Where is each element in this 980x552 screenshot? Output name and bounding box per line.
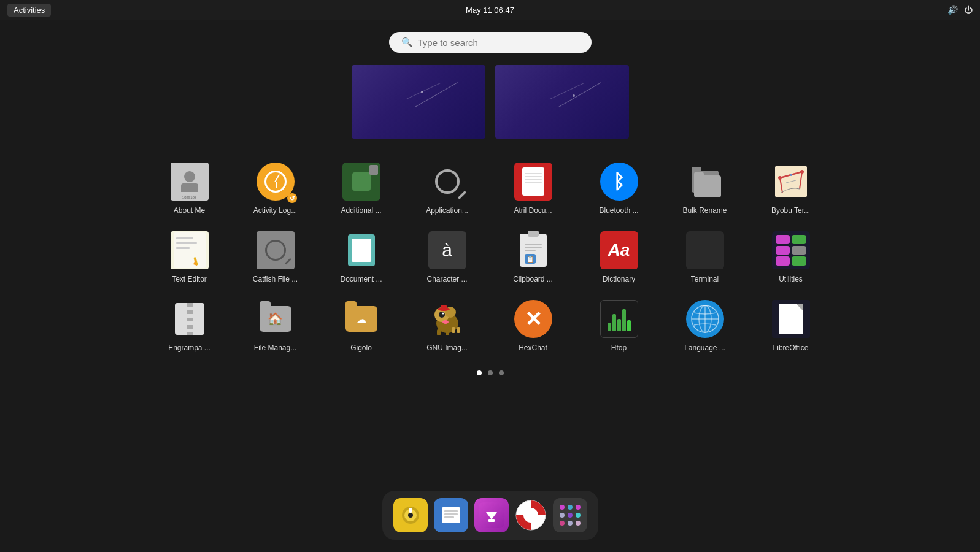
svg-rect-39 xyxy=(444,513,458,515)
app-application-finder[interactable]: Application... xyxy=(404,157,490,221)
app-label-utilities: Utilities xyxy=(779,275,803,283)
app-label-bulk-rename: Bulk Rename xyxy=(682,206,727,215)
app-dictionary[interactable]: Aa Dictionary xyxy=(576,226,662,289)
app-clipboard[interactable]: 📋 Clipboard ... xyxy=(490,226,576,289)
hexchat-icon: ✕ xyxy=(514,299,553,339)
dock-transmit[interactable] xyxy=(474,498,509,532)
topbar: Activities May 11 06:47 🔊 ⏻ xyxy=(0,0,980,20)
clock: May 11 06:47 xyxy=(466,6,514,15)
search-input[interactable] xyxy=(418,37,579,48)
workspace-2[interactable] xyxy=(495,65,629,139)
activities-button[interactable]: Activities xyxy=(7,4,51,17)
workspace-dot-2 xyxy=(573,94,575,97)
dock-appgrid[interactable] xyxy=(553,498,587,532)
engrampa-icon xyxy=(170,299,209,339)
about-me-icon: 1829182 xyxy=(170,162,209,201)
app-label-file-manager: File Manag... xyxy=(254,343,296,352)
app-label-language: Language ... xyxy=(684,343,725,352)
text-editor-icon xyxy=(170,231,209,270)
app-label-about-me: About Me xyxy=(174,206,205,215)
app-byobu[interactable]: Byobu Ter... xyxy=(748,157,834,221)
dictionary-icon: Aa xyxy=(600,231,639,270)
app-row-2: Text Editor Catfish File ... xyxy=(147,226,834,289)
main-content: 🔍 1829182 About Me xyxy=(0,20,980,375)
svg-rect-24 xyxy=(452,327,455,333)
app-htop[interactable]: Htop xyxy=(576,294,662,358)
app-label-catfish: Catfish File ... xyxy=(253,275,298,283)
topbar-right: 🔊 ⏻ xyxy=(947,5,973,15)
app-terminal[interactable]: _ Terminal xyxy=(662,226,748,289)
gigolo-icon: ☁ xyxy=(342,299,381,339)
app-label-gnu-image: GNU Imag... xyxy=(426,343,468,352)
app-label-character: Character ... xyxy=(426,275,467,283)
app-label-clipboard: Clipboard ... xyxy=(513,275,553,283)
clipboard-icon: 📋 xyxy=(514,231,553,270)
page-dot-1[interactable] xyxy=(477,370,482,375)
app-engrampa[interactable]: Engrampa ... xyxy=(147,294,233,358)
additional-icon xyxy=(342,162,381,201)
atril-icon xyxy=(514,162,553,201)
app-label-atril: Atril Docu... xyxy=(514,206,552,215)
app-additional[interactable]: Additional ... xyxy=(318,157,404,221)
activity-log-icon: ↺ xyxy=(256,162,295,201)
file-manager-icon: 🏠 xyxy=(256,299,295,339)
workspace-thumbnails xyxy=(352,65,629,139)
svg-rect-9 xyxy=(176,237,193,239)
svg-rect-35 xyxy=(409,508,412,513)
app-label-libreoffice: LibreOffice xyxy=(773,343,809,352)
svg-rect-23 xyxy=(446,329,449,335)
bluetooth-icon: ᛒ xyxy=(600,162,639,201)
htop-icon xyxy=(600,299,639,339)
dock-rhythmbox[interactable] xyxy=(393,498,428,532)
catfish-icon xyxy=(256,231,295,270)
svg-rect-37 xyxy=(442,507,460,523)
svg-point-5 xyxy=(800,170,804,174)
utilities-icon xyxy=(771,231,811,270)
app-catfish[interactable]: Catfish File ... xyxy=(233,226,318,289)
app-label-activity-log: Activity Log... xyxy=(253,206,297,215)
app-language[interactable]: Language ... xyxy=(662,294,748,358)
libreoffice-icon xyxy=(771,299,811,339)
app-bluetooth[interactable]: ᛒ Bluetooth ... xyxy=(576,157,662,221)
app-gnu-image[interactable]: GNU Imag... xyxy=(404,294,490,358)
document-icon xyxy=(342,231,381,270)
volume-icon[interactable]: 🔊 xyxy=(947,5,958,15)
app-atril[interactable]: Atril Docu... xyxy=(490,157,576,221)
app-utilities[interactable]: Utilities xyxy=(748,226,834,289)
terminal-icon: _ xyxy=(685,231,725,270)
svg-rect-20 xyxy=(441,305,447,310)
app-character[interactable]: à Character ... xyxy=(404,226,490,289)
app-libreoffice[interactable]: LibreOffice xyxy=(748,294,834,358)
language-icon xyxy=(685,299,725,339)
application-finder-icon xyxy=(428,162,467,201)
app-bulk-rename[interactable]: Bulk Rename xyxy=(662,157,748,221)
app-hexchat[interactable]: ✕ HexChat xyxy=(490,294,576,358)
svg-point-46 xyxy=(525,509,537,521)
app-activity-log[interactable]: ↺ Activity Log... xyxy=(233,157,318,221)
svg-point-34 xyxy=(408,513,413,518)
app-about-me[interactable]: 1829182 About Me xyxy=(147,157,233,221)
app-text-editor[interactable]: Text Editor xyxy=(147,226,233,289)
svg-rect-22 xyxy=(437,329,441,335)
dock-lifesaver[interactable] xyxy=(515,499,547,531)
svg-rect-11 xyxy=(176,247,190,249)
app-label-dictionary: Dictionary xyxy=(603,275,635,283)
dock-writer[interactable] xyxy=(434,498,468,532)
app-file-manager[interactable]: 🏠 File Manag... xyxy=(233,294,318,358)
page-dot-3[interactable] xyxy=(499,370,504,375)
app-label-terminal: Terminal xyxy=(691,275,719,283)
power-icon[interactable]: ⏻ xyxy=(964,5,973,15)
svg-rect-43 xyxy=(488,519,495,522)
workspace-1[interactable] xyxy=(352,65,485,139)
app-grid: 1829182 About Me ↺ Activity Log... xyxy=(147,157,834,358)
search-bar[interactable]: 🔍 xyxy=(389,32,592,53)
app-label-text-editor: Text Editor xyxy=(172,275,207,283)
search-icon: 🔍 xyxy=(401,37,413,48)
character-icon: à xyxy=(428,231,467,270)
svg-point-18 xyxy=(442,313,444,315)
svg-rect-10 xyxy=(176,242,197,244)
app-label-byobu: Byobu Ter... xyxy=(771,206,810,215)
app-gigolo[interactable]: ☁ Gigolo xyxy=(318,294,404,358)
app-document[interactable]: Document ... xyxy=(318,226,404,289)
page-dot-2[interactable] xyxy=(488,370,493,375)
